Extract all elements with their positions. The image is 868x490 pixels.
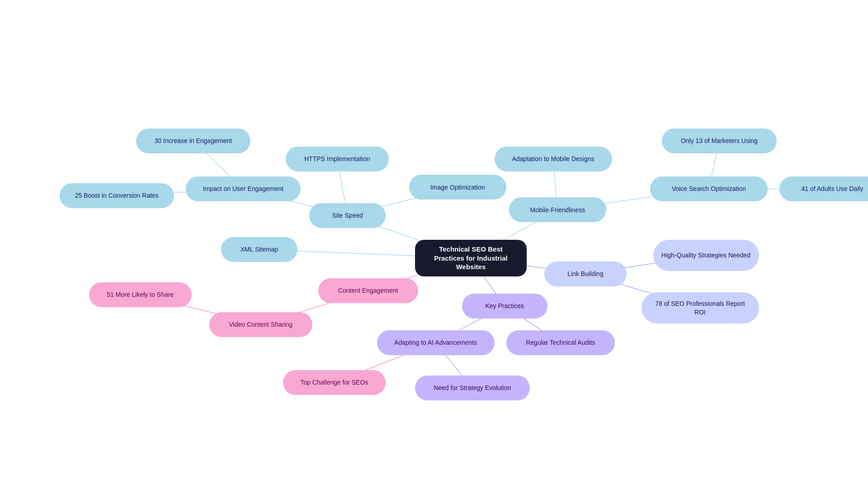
- node-video-content: Video Content Sharing: [209, 312, 312, 337]
- node-high-quality: High-Quality Strategies Needed: [653, 240, 759, 271]
- mindmap-container: Technical SEO Best Practices for Industr…: [0, 0, 868, 490]
- node-link-building: Link Building: [544, 262, 627, 286]
- node-boost-conversion: 25 Boost in Conversion Rates: [60, 183, 175, 208]
- node-xml-sitemap: XML Sitemap: [221, 237, 297, 262]
- node-voice-search: Voice Search Optimization: [650, 176, 768, 201]
- node-site-speed: Site Speed: [309, 203, 386, 228]
- node-key-practices: Key Practices: [462, 294, 547, 319]
- node-need-strategy: Need for Strategy Evolution: [415, 376, 530, 400]
- node-adaptation-mobile: Adaptation to Mobile Designs: [495, 147, 612, 171]
- node-only-13: Only 13 of Marketers Using: [662, 128, 777, 153]
- node-increase-engagement: 30 Increase in Engagement: [136, 128, 251, 153]
- node-content-engagement: Content Engagement: [318, 278, 418, 303]
- node-regular-audits: Regular Technical Audits: [506, 330, 615, 355]
- node-https: HTTPS Implementation: [286, 147, 389, 171]
- node-adapting-ai: Adapting to AI Advancements: [377, 330, 495, 355]
- node-center: Technical SEO Best Practices for Industr…: [415, 240, 527, 276]
- node-top-challenge: Top Challenge for SEOs: [283, 370, 386, 395]
- node-51-likely: 51 More Likely to Share: [89, 282, 192, 307]
- node-mobile-friendliness: Mobile-Friendliness: [509, 197, 606, 222]
- node-41-adults: 41 of Adults Use Daily: [779, 176, 868, 201]
- node-78-seo: 78 of SEO Professionals Report ROI: [642, 292, 759, 323]
- node-impact-engagement: Impact on User Engagement: [186, 176, 301, 201]
- node-image-opt: Image Optimization: [409, 175, 506, 200]
